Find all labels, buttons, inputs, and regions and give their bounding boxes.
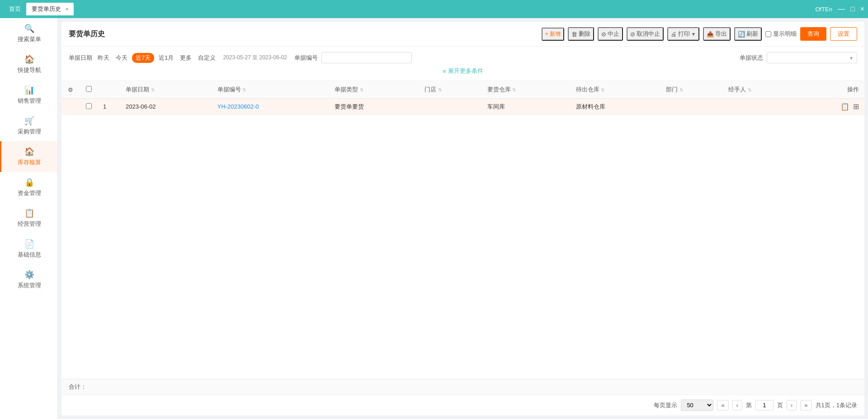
date-opt-today[interactable]: 今天 bbox=[114, 53, 129, 63]
row-checkbox[interactable] bbox=[86, 103, 92, 109]
date-opt-1month[interactable]: 近1月 bbox=[157, 53, 175, 63]
query-button[interactable]: 查询 bbox=[800, 27, 826, 41]
page-suffix: 页 bbox=[777, 401, 783, 409]
col-req-warehouse[interactable]: 要货仓库 ⇅ bbox=[482, 81, 571, 99]
sidebar-item-operations[interactable]: 📋 经营管理 bbox=[0, 203, 57, 233]
col-checkbox bbox=[80, 81, 98, 99]
col-pending-warehouse[interactable]: 待出仓库 ⇅ bbox=[571, 81, 660, 99]
col-handler[interactable]: 经手人 ⇅ bbox=[723, 81, 798, 99]
col-doc-date[interactable]: 单据日期 ⇅ bbox=[120, 81, 212, 99]
sidebar-item-search-menu-label: 搜索菜单 bbox=[18, 35, 41, 43]
col-pending-warehouse-label: 待出仓库 bbox=[576, 86, 599, 93]
row-edit-icon[interactable]: 📋 bbox=[840, 102, 849, 111]
main-layout: 🔍 搜索菜单 🏠 快捷导航 📊 销售管理 🛒 采购管理 🏠 库存核算 🔒 资金管… bbox=[0, 18, 868, 419]
window-minimize-icon[interactable]: — bbox=[838, 5, 845, 13]
sidebar-item-inventory[interactable]: 🏠 库存核算 bbox=[0, 141, 57, 172]
select-all-checkbox[interactable] bbox=[86, 86, 92, 92]
first-page-button[interactable]: « bbox=[717, 400, 728, 410]
toolbar: + 新增 🗑 删除 ⊘ 中止 ⊘ 取消中止 🖨 打 bbox=[542, 27, 857, 41]
sidebar-item-quick-nav[interactable]: 🏠 快捷导航 bbox=[0, 49, 57, 80]
col-handler-label: 经手人 bbox=[728, 86, 746, 93]
col-department[interactable]: 部门 ⇅ bbox=[660, 81, 723, 99]
sidebar-item-operations-label: 经营管理 bbox=[18, 220, 41, 228]
filter-date-item: 单据日期 昨天 今天 近7天 近1月 更多 自定义 2023-05-27 至 2… bbox=[69, 53, 287, 63]
sidebar: 🔍 搜索菜单 🏠 快捷导航 📊 销售管理 🛒 采购管理 🏠 库存核算 🔒 资金管… bbox=[0, 18, 58, 419]
filter-row-1: 单据日期 昨天 今天 近7天 近1月 更多 自定义 2023-05-27 至 2… bbox=[69, 52, 857, 63]
col-store[interactable]: 门店 ⇅ bbox=[419, 81, 481, 99]
table-area: ⚙ 单据日期 ⇅ 单据编号 ⇅ bbox=[61, 81, 864, 379]
sort-req-warehouse-icon: ⇅ bbox=[512, 87, 516, 92]
row-more-icon[interactable]: ⊞ bbox=[853, 102, 859, 111]
next-page-button[interactable]: › bbox=[787, 400, 797, 410]
table-header: ⚙ 单据日期 ⇅ 单据编号 ⇅ bbox=[61, 81, 864, 99]
date-opt-more[interactable]: 更多 bbox=[178, 53, 193, 63]
col-doc-type-label: 单据类型 bbox=[335, 86, 358, 93]
settings-button[interactable]: 设置 bbox=[830, 27, 857, 41]
docno-input[interactable] bbox=[321, 52, 412, 63]
show-detail-checkbox[interactable] bbox=[765, 31, 771, 37]
sidebar-item-system-label: 系统管理 bbox=[18, 281, 41, 290]
sidebar-item-finance[interactable]: 🔒 资金管理 bbox=[0, 172, 57, 203]
sidebar-item-purchase[interactable]: 🛒 采购管理 bbox=[0, 110, 57, 141]
new-button[interactable]: + 新增 bbox=[542, 28, 564, 41]
tab-active[interactable]: 要货单历史 × bbox=[26, 3, 74, 15]
sidebar-item-purchase-label: 采购管理 bbox=[18, 128, 41, 136]
col-doc-no[interactable]: 单据编号 ⇅ bbox=[212, 81, 329, 99]
search-menu-icon: 🔍 bbox=[24, 24, 34, 33]
sort-doc-no-icon: ⇅ bbox=[242, 87, 246, 92]
delete-button[interactable]: 🗑 删除 bbox=[568, 27, 594, 41]
row-doc-no-cell: YH-20230602-0 bbox=[212, 99, 329, 115]
date-filter-label: 单据日期 bbox=[69, 54, 92, 62]
sidebar-item-sales[interactable]: 📊 销售管理 bbox=[0, 80, 57, 110]
col-settings[interactable]: ⚙ bbox=[61, 81, 80, 99]
sidebar-item-search-menu[interactable]: 🔍 搜索菜单 bbox=[0, 18, 57, 49]
finance-icon: 🔒 bbox=[24, 177, 34, 187]
last-page-button[interactable]: » bbox=[800, 400, 811, 410]
sort-store-icon: ⇅ bbox=[438, 87, 442, 92]
window-close-icon[interactable]: × bbox=[860, 5, 864, 13]
row-doc-no-link[interactable]: YH-20230602-0 bbox=[217, 103, 259, 110]
sidebar-item-system[interactable]: ⚙️ 系统管理 bbox=[0, 264, 57, 295]
expand-more-btn[interactable]: ≡ 展开更多条件 bbox=[443, 67, 483, 75]
docno-filter-label: 单据编号 bbox=[294, 54, 318, 62]
expand-icon: ≡ bbox=[443, 68, 446, 75]
show-detail-toggle[interactable]: 显示明细 bbox=[765, 30, 797, 38]
col-num bbox=[98, 81, 120, 99]
stop-button[interactable]: ⊘ 中止 bbox=[598, 27, 623, 41]
stop-label: 中止 bbox=[608, 30, 619, 38]
row-department-cell bbox=[660, 99, 723, 115]
tab-close-icon[interactable]: × bbox=[66, 6, 68, 12]
status-select[interactable] bbox=[767, 52, 857, 63]
print-label: 打印 bbox=[678, 30, 690, 38]
prev-page-button[interactable]: ‹ bbox=[732, 400, 742, 410]
export-icon: 📤 bbox=[707, 31, 714, 38]
date-range-display: 2023-05-27 至 2023-06-02 bbox=[223, 54, 287, 62]
basic-info-icon: 📄 bbox=[24, 239, 34, 249]
col-doc-date-label: 单据日期 bbox=[126, 86, 149, 93]
export-button[interactable]: 📤 导出 bbox=[703, 27, 731, 41]
window-maximize-icon[interactable]: □ bbox=[850, 5, 855, 13]
col-store-label: 门店 bbox=[425, 86, 436, 93]
sort-department-icon: ⇅ bbox=[679, 87, 683, 92]
cancel-stop-button[interactable]: ⊘ 取消中止 bbox=[627, 27, 664, 41]
col-doc-type[interactable]: 单据类型 ⇅ bbox=[329, 81, 419, 99]
col-doc-no-label: 单据编号 bbox=[217, 86, 241, 93]
date-opt-7days[interactable]: 近7天 bbox=[132, 53, 154, 63]
col-operation-label: 操作 bbox=[847, 86, 859, 93]
print-button[interactable]: 🖨 打印 ▼ bbox=[667, 27, 699, 41]
expand-row: ≡ 展开更多条件 bbox=[69, 67, 857, 75]
quick-nav-icon: 🏠 bbox=[24, 54, 34, 64]
date-opt-yesterday[interactable]: 昨天 bbox=[96, 53, 111, 63]
data-table: ⚙ 单据日期 ⇅ 单据编号 ⇅ bbox=[61, 81, 864, 115]
summary-label: 合计： bbox=[69, 383, 86, 390]
col-req-warehouse-label: 要货仓库 bbox=[487, 86, 511, 93]
page-number-input[interactable]: 1 bbox=[755, 400, 774, 410]
sidebar-item-basic-info[interactable]: 📄 基础信息 bbox=[0, 233, 57, 264]
row-handler-cell bbox=[723, 99, 798, 115]
page-size-select[interactable]: 50 20 100 bbox=[681, 400, 713, 411]
tab-home[interactable]: 首页 bbox=[4, 3, 26, 15]
date-opt-custom[interactable]: 自定义 bbox=[196, 53, 217, 63]
delete-label: 删除 bbox=[579, 30, 590, 38]
filter-docno-item: 单据编号 bbox=[294, 52, 412, 63]
refresh-button[interactable]: 🔄 刷新 bbox=[734, 27, 762, 41]
